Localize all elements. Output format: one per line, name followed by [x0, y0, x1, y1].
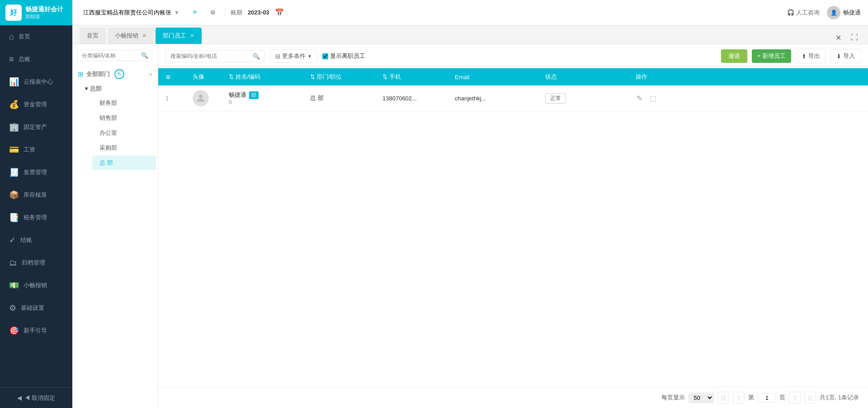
col-email: Email	[448, 68, 538, 85]
sidebar-item-label: 基础设置	[21, 304, 44, 312]
employee-code: 0	[229, 99, 296, 105]
sidebar-item-tax[interactable]: 📑 税务管理	[0, 206, 72, 229]
sidebar-item-reports[interactable]: 📊 云报表中心	[0, 71, 72, 93]
sidebar-item-label: 税务管理	[24, 213, 47, 222]
tax-icon: 📑	[9, 213, 19, 223]
tab-home[interactable]: 首页	[80, 28, 106, 44]
prev-page-button[interactable]: ⟨	[733, 392, 745, 403]
import-icon: ⬇	[836, 53, 841, 60]
last-page-button[interactable]: ⟩⟩	[804, 392, 816, 403]
first-page-button[interactable]: ⟨⟨	[717, 392, 729, 403]
tab-close-icon[interactable]: ✕	[142, 33, 146, 39]
export-icon: ⬆	[802, 53, 807, 60]
employee-table: ⚙ 头像 ⇅ 姓名/编码 ⇅ 部门/职位 ⇅ 手机	[158, 68, 868, 111]
col-avatar: 头像	[185, 68, 222, 85]
sidebar-item-inventory[interactable]: 📦 库存核算	[0, 184, 72, 206]
sidebar-item-close-accounts[interactable]: ✓ 结账	[0, 229, 72, 251]
edit-button[interactable]: ✎	[636, 93, 643, 104]
invoice-icon: 🧾	[9, 167, 19, 177]
dept-search-input[interactable]	[82, 52, 139, 59]
col-phone[interactable]: ⇅ 手机	[375, 68, 448, 85]
dept-node-purchase[interactable]: 采购部	[92, 141, 156, 155]
tab-close-icon[interactable]: ✕	[190, 33, 194, 39]
filter-button[interactable]: ⊟ 更多条件 ▼	[270, 49, 317, 63]
sidebar-item-label: 新手引导	[24, 327, 47, 335]
page-size-select[interactable]: 50 10 20 100	[689, 393, 714, 403]
main-area: 江西服宝精品有限责任公司内账张 ▼ + ⚙ 账期 2023-03 📅 🎧 人工咨…	[72, 0, 868, 408]
sidebar-item-assets[interactable]: 🏢 固定资产	[0, 116, 72, 138]
grid-icon: ⊞	[78, 70, 84, 78]
sidebar-pin-toggle[interactable]: ◀ ◀ 取消固定	[0, 387, 72, 408]
add-company-button[interactable]: +	[189, 6, 201, 19]
employee-search-input[interactable]	[170, 53, 250, 59]
col-name[interactable]: ⇅ 姓名/编码	[222, 68, 303, 85]
show-resigned-input[interactable]	[322, 53, 328, 59]
calendar-icon[interactable]: 📅	[275, 8, 284, 17]
settings-icon: ⚙	[9, 303, 16, 313]
sidebar-item-home[interactable]: ⌂ 首页	[0, 25, 72, 48]
sidebar-item-label: 总账	[19, 55, 30, 63]
col-settings[interactable]: ⚙	[158, 68, 185, 85]
dept-edit-badge[interactable]: ✎	[114, 69, 124, 79]
sidebar-item-invoice[interactable]: 🧾 发票管理	[0, 161, 72, 184]
asset-icon: 🏢	[9, 122, 19, 132]
salary-icon: 💳	[9, 145, 19, 155]
expand-tab-button[interactable]: ⛶	[848, 31, 861, 44]
inventory-icon: 📦	[9, 190, 19, 200]
add-employee-button[interactable]: + 新增员工	[752, 49, 791, 63]
export-label: 导出	[808, 52, 820, 60]
cell-dept: 总 部	[303, 85, 375, 111]
settings-button[interactable]: ⚙	[207, 6, 219, 19]
employee-table-wrapper: ⚙ 头像 ⇅ 姓名/编码 ⇅ 部门/职位 ⇅ 手机	[158, 68, 868, 387]
column-settings-icon: ⚙	[165, 74, 171, 81]
sidebar-item-expense[interactable]: 💵 小畅报销	[0, 274, 72, 297]
service-button[interactable]: 🎧 人工咨询	[787, 9, 820, 17]
toolbar-right: 邀请 + 新增员工 ⬆ 导出 ⬇ 导入	[721, 49, 861, 63]
sidebar-item-label: 云报表中心	[24, 78, 53, 86]
table-row: 1 畅捷通	[158, 85, 868, 111]
fund-icon: 💰	[9, 100, 19, 109]
tab-expense[interactable]: 小畅报销 ✕	[108, 28, 154, 44]
dept-node-general[interactable]: 总 部	[92, 156, 156, 170]
company-selector[interactable]: 江西服宝精品有限责任公司内账张 ▼	[80, 7, 183, 19]
cell-phone: 138070602...	[375, 85, 448, 111]
employee-name: 畅捷通	[229, 91, 246, 99]
dropdown-icon: ▼	[174, 9, 179, 16]
logout-button[interactable]: ⬚	[649, 93, 657, 104]
dept-node-sales[interactable]: 销售部	[92, 111, 156, 125]
sidebar-item-guide[interactable]: 🎯 新手引导	[0, 319, 72, 342]
sidebar-item-general-ledger[interactable]: ≡ 总账	[0, 48, 72, 71]
search-icon: 🔍	[253, 53, 260, 60]
sidebar-item-settings[interactable]: ⚙ 基础设置	[0, 297, 72, 319]
all-dept-item[interactable]: ⊞ 全部部门 ✎ «	[72, 66, 158, 82]
sidebar-item-label: 库存核算	[24, 191, 47, 199]
sidebar-item-funds[interactable]: 💰 资金管理	[0, 93, 72, 116]
import-button[interactable]: ⬇ 导入	[830, 49, 861, 63]
col-status: 状态	[538, 68, 628, 85]
cell-avatar	[185, 85, 222, 111]
employee-search-box[interactable]: 🔍	[165, 50, 265, 62]
sidebar-item-salary[interactable]: 💳 工资	[0, 138, 72, 161]
export-button[interactable]: ⬆ 导出	[796, 49, 826, 63]
col-actions: 操作	[628, 68, 868, 85]
show-resigned-checkbox[interactable]: 显示离职员工	[322, 52, 365, 60]
page-unit: 页	[779, 394, 785, 402]
collapse-icon[interactable]: «	[149, 71, 152, 77]
employee-avatar	[193, 90, 209, 106]
invite-button[interactable]: 邀请	[721, 49, 747, 63]
logo-subtitle: 旗舰版	[25, 13, 63, 20]
page-number-input[interactable]	[758, 393, 776, 403]
dept-node-finance[interactable]: 财务部	[92, 96, 156, 110]
sidebar-item-archive[interactable]: 🗂 归档管理	[0, 251, 72, 274]
col-dept[interactable]: ⇅ 部门/职位	[303, 68, 375, 85]
tab-department[interactable]: 部门员工 ✕	[156, 28, 202, 44]
dept-search-box[interactable]: 🔍	[78, 50, 152, 61]
next-page-button[interactable]: ⟩	[789, 392, 801, 403]
close-tab-button[interactable]: ✕	[832, 31, 844, 44]
pagination: 每页显示 50 10 20 100 ⟨⟨ ⟨ 第 页 ⟩ ⟩⟩ 共1页, 1条记…	[158, 387, 868, 408]
edit-icon: ✎	[117, 71, 122, 77]
tab-label: 部门员工	[163, 32, 186, 40]
user-info[interactable]: 👤 畅捷通	[827, 6, 861, 19]
dept-node-office[interactable]: 办公室	[92, 126, 156, 140]
filter-icon: ⊟	[275, 53, 280, 60]
